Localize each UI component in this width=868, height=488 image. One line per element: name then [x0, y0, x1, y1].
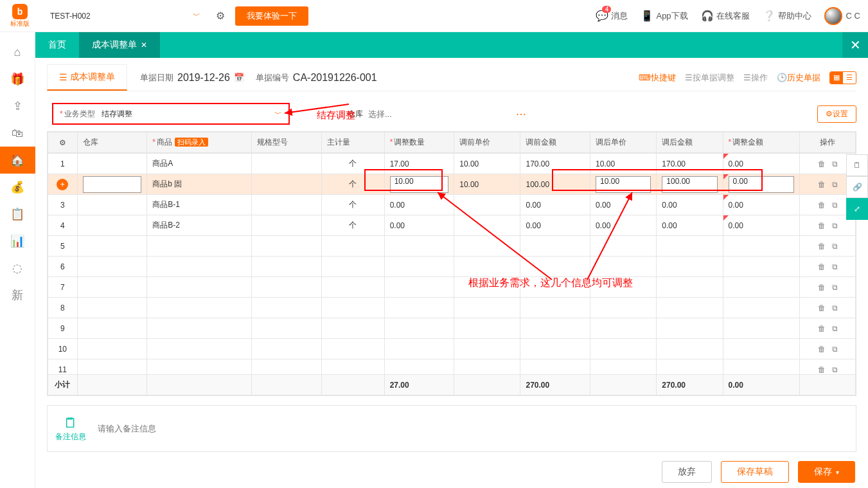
table-row[interactable]: +商品b 固个10.0010.00100.0010.00100.000.00🗑⧉	[48, 174, 856, 195]
phone-icon: 📱	[641, 10, 653, 22]
gear-icon[interactable]: ⚙	[216, 10, 225, 22]
delete-icon[interactable]: 🗑	[818, 159, 826, 168]
nav-clipboard-icon[interactable]: 📋	[0, 201, 35, 228]
remarks-input[interactable]	[98, 424, 848, 433]
close-icon[interactable]: ✕	[141, 41, 147, 50]
qty-cell-input[interactable]: 10.00	[390, 176, 449, 193]
col-gear[interactable]: ⚙	[48, 132, 78, 153]
nav-upload-icon[interactable]: ⇪	[0, 93, 35, 120]
history-button[interactable]: 🕒 历史单据	[777, 72, 820, 84]
top-header: b 标准版 TEST-H002 ﹀ ⚙ 我要体验一下 💬 4 消息 📱App下载…	[0, 0, 868, 32]
shortcut-button[interactable]: ⌨ 快捷键	[639, 72, 676, 84]
delete-icon[interactable]: 🗑	[818, 242, 826, 251]
form-tab-current[interactable]: ☰成本调整单	[47, 64, 127, 91]
delete-icon[interactable]: 🗑	[818, 201, 826, 210]
doc-date-value[interactable]: 2019-12-26	[177, 72, 230, 84]
experience-button[interactable]: 我要体验一下	[235, 6, 308, 26]
nav-new-icon[interactable]: 新	[0, 282, 35, 309]
help-center-link[interactable]: ❔帮助中心	[763, 10, 811, 22]
nav-home-icon[interactable]: ⌂	[0, 39, 35, 66]
table-row[interactable]: 7🗑⧉	[48, 277, 856, 298]
table-row[interactable]: 5🗑⧉	[48, 236, 856, 257]
logo-icon: b	[12, 4, 28, 19]
filter-row: *业务类型结存调整 ﹀ 仓库 ⋯ ⚙ 设置 结存调整	[47, 91, 856, 131]
by-doc-button[interactable]: ☰ 按单据调整	[685, 72, 734, 84]
rail-note-icon[interactable]: 🗒	[846, 154, 868, 176]
copy-icon[interactable]: ⧉	[832, 242, 838, 251]
grid-view-icon[interactable]: ▦	[830, 72, 843, 84]
nav-gift-icon[interactable]: 🎁	[0, 66, 35, 93]
delete-icon[interactable]: 🗑	[818, 365, 826, 374]
calendar-icon[interactable]: 📅	[234, 73, 244, 82]
doc-icon: ☰	[59, 72, 67, 82]
warehouse-cell-input[interactable]	[83, 176, 142, 193]
more-icon[interactable]: ⋯	[516, 108, 526, 120]
view-toggle[interactable]: ▦☰	[829, 71, 856, 84]
save-button[interactable]: 保存▾	[798, 461, 855, 483]
online-service-link[interactable]: 🎧在线客服	[701, 10, 750, 22]
table-row[interactable]: 9🗑⧉	[48, 318, 856, 339]
nav-money-icon[interactable]: 💰	[0, 174, 35, 201]
col-pre-price: 调前单价	[454, 132, 520, 153]
delete-icon[interactable]: 🗑	[818, 283, 826, 292]
business-type-select[interactable]: *业务类型结存调整 ﹀	[52, 103, 290, 125]
delete-icon[interactable]: 🗑	[818, 262, 826, 271]
form-header-row: ☰成本调整单 单据日期 2019-12-26 📅 单据编号 CA-2019122…	[47, 64, 856, 91]
col-operate: 操作	[800, 132, 856, 153]
copy-icon[interactable]: ⧉	[832, 159, 838, 168]
nav-bag-icon[interactable]: 🛍	[0, 120, 35, 147]
messages-link[interactable]: 💬 4 消息	[596, 10, 628, 22]
table-row[interactable]: 8🗑⧉	[48, 298, 856, 318]
setting-button[interactable]: ⚙ 设置	[817, 105, 856, 123]
nav-warehouse-icon[interactable]: 🏠	[0, 147, 35, 174]
app-download-link[interactable]: 📱App下载	[641, 10, 687, 22]
post-price-input[interactable]: 10.00	[596, 176, 651, 193]
rail-expand-icon[interactable]: ⤢	[846, 198, 868, 220]
chevron-down-icon: ▾	[836, 469, 839, 476]
post-amt-input[interactable]: 100.00	[662, 176, 717, 193]
table-header: ⚙ 仓库 *商品扫码录入 规格型号 主计量 *调整数量 调前单价 调前金额 调后…	[48, 132, 856, 153]
close-all-tabs[interactable]: ✕	[842, 32, 868, 58]
copy-icon[interactable]: ⧉	[832, 180, 838, 189]
delete-icon[interactable]: 🗑	[818, 324, 826, 333]
delete-icon[interactable]: 🗑	[818, 345, 826, 354]
adj-amt-input[interactable]: 0.00	[729, 176, 795, 193]
table-row[interactable]: 6🗑⧉	[48, 257, 856, 277]
copy-icon[interactable]: ⧉	[832, 201, 838, 210]
copy-icon[interactable]: ⧉	[832, 283, 838, 292]
abandon-button[interactable]: 放弃	[662, 461, 712, 483]
delete-icon[interactable]: 🗑	[818, 180, 826, 189]
table-row[interactable]: 10🗑⧉	[48, 339, 856, 359]
table-row[interactable]: 11🗑⧉	[48, 359, 856, 375]
list-view-icon[interactable]: ☰	[843, 72, 856, 84]
copy-icon[interactable]: ⧉	[832, 324, 838, 333]
delete-icon[interactable]: 🗑	[818, 303, 826, 312]
warehouse-input[interactable]	[368, 109, 497, 119]
delete-icon[interactable]: 🗑	[818, 221, 826, 230]
table-row[interactable]: 3商品B-1个0.000.000.000.000.00🗑⧉	[48, 195, 856, 215]
user-menu[interactable]: C C	[824, 7, 860, 25]
copy-icon[interactable]: ⧉	[832, 303, 838, 312]
copy-icon[interactable]: ⧉	[832, 365, 838, 374]
rail-link-icon[interactable]: 🔗	[846, 176, 868, 198]
nav-graph-icon[interactable]: ◌	[0, 255, 35, 282]
save-draft-button[interactable]: 保存草稿	[721, 461, 789, 483]
company-selector[interactable]: TEST-H002 ﹀	[45, 6, 206, 26]
nav-report-icon[interactable]: 📊	[0, 228, 35, 255]
main-area: 首页 成本调整单✕ ✕ ☰成本调整单 单据日期 2019-12-26 📅 单据编…	[35, 32, 868, 488]
logo: b 标准版	[8, 4, 32, 28]
warehouse-select[interactable]: 仓库	[348, 109, 497, 120]
scan-tag[interactable]: 扫码录入	[175, 138, 208, 147]
tab-cost-adjust[interactable]: 成本调整单✕	[79, 32, 160, 58]
col-post-price: 调后单价	[590, 132, 657, 153]
table-row[interactable]: 4商品B-2个0.000.000.000.000.00🗑⧉	[48, 215, 856, 236]
remarks-section: 🗒 备注信息	[47, 405, 856, 452]
company-name: TEST-H002	[50, 12, 91, 21]
copy-icon[interactable]: ⧉	[832, 262, 838, 271]
left-sidebar: ⌂ 🎁 ⇪ 🛍 🏠 💰 📋 📊 ◌ 新	[0, 32, 35, 488]
copy-icon[interactable]: ⧉	[832, 221, 838, 230]
tab-home[interactable]: 首页	[35, 32, 79, 58]
operate-button[interactable]: ☰ 操作	[743, 72, 768, 84]
table-row[interactable]: 1商品A个17.0010.00170.0010.00170.000.00🗑⧉	[48, 154, 856, 174]
copy-icon[interactable]: ⧉	[832, 345, 838, 354]
